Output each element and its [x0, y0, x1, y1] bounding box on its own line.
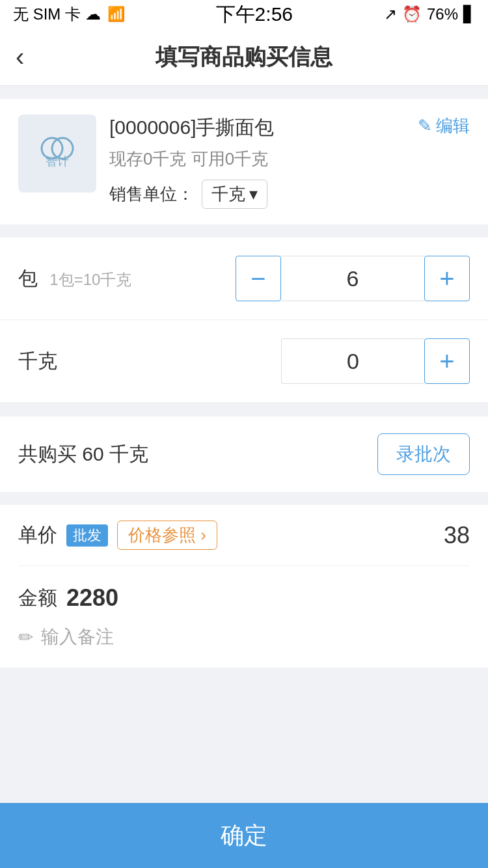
pencil-icon: ✏ — [18, 627, 33, 648]
price-value: 38 — [444, 522, 470, 549]
qty-input-kg[interactable] — [281, 338, 424, 384]
product-stock: 现存0千克 可用0千克 — [109, 148, 470, 170]
amount-row: 金额 2280 — [18, 584, 470, 625]
increment-kg-button[interactable]: + — [424, 338, 470, 384]
quantity-section: 包 1包=10千克 − + 千克 + — [0, 237, 488, 403]
product-unit-row: 销售单位： 千克 ▾ — [109, 180, 470, 209]
sim-label: 无 SIM 卡 ☁ — [13, 4, 101, 25]
unit-value: 千克 — [211, 183, 245, 206]
price-section: 单价 批发 价格参照 › 38 — [0, 505, 488, 566]
location-icon: ↗ — [384, 5, 397, 23]
qty-label-bao: 包 1包=10千克 — [18, 265, 236, 292]
svg-text:智计: 智计 — [46, 155, 69, 168]
amount-value: 2280 — [66, 584, 118, 612]
price-reference-button[interactable]: 价格参照 › — [117, 521, 217, 550]
amount-label: 金额 — [18, 585, 57, 612]
unit-label: 销售单位： — [109, 183, 194, 206]
battery-icon: ▋ — [463, 5, 475, 23]
increment-bao-button[interactable]: + — [424, 256, 470, 301]
alarm-icon: ⏰ — [402, 5, 422, 23]
product-name: [0000006]手撕面包 — [109, 115, 470, 141]
quantity-row-bao: 包 1包=10千克 − + — [0, 237, 488, 320]
qty-control-bao: − + — [236, 256, 470, 301]
batch-record-button[interactable]: 录批次 — [377, 433, 470, 475]
nav-bar: ‹ 填写商品购买信息 — [0, 29, 488, 86]
page-title: 填写商品购买信息 — [156, 42, 332, 72]
product-logo-icon: 智计 — [38, 134, 77, 173]
confirm-button[interactable]: 确定 — [0, 803, 488, 868]
price-label: 单价 — [18, 522, 57, 549]
status-time: 下午2:56 — [216, 1, 293, 28]
wifi-icon: 📶 — [107, 6, 125, 23]
note-row[interactable]: ✏ 输入备注 — [18, 625, 470, 668]
product-card: 智计 [0000006]手撕面包 现存0千克 可用0千克 销售单位： 千克 ▾ … — [0, 99, 488, 224]
price-label-group: 单价 批发 价格参照 › — [18, 521, 217, 550]
unit-select[interactable]: 千克 ▾ — [202, 180, 267, 209]
edit-button[interactable]: ✎ 编辑 — [418, 115, 470, 137]
note-placeholder: 输入备注 — [41, 625, 114, 649]
decrement-bao-button[interactable]: − — [236, 256, 281, 301]
amount-section: 金额 2280 ✏ 输入备注 — [0, 566, 488, 668]
qty-input-bao[interactable] — [281, 256, 424, 301]
batch-tag: 批发 — [66, 524, 108, 547]
status-right: ↗ ⏰ 76% ▋ — [384, 5, 475, 23]
status-bar: 无 SIM 卡 ☁ 📶 下午2:56 ↗ ⏰ 76% ▋ — [0, 0, 488, 29]
summary-text: 共购买 60 千克 — [18, 441, 148, 468]
product-info: [0000006]手撕面包 现存0千克 可用0千克 销售单位： 千克 ▾ — [109, 115, 470, 209]
product-image: 智计 — [18, 115, 96, 193]
status-left: 无 SIM 卡 ☁ 📶 — [13, 4, 125, 25]
chevron-down-icon: ▾ — [249, 184, 258, 204]
battery-level: 76% — [427, 5, 458, 23]
summary-row: 共购买 60 千克 录批次 — [0, 416, 488, 492]
edit-label: 编辑 — [436, 115, 470, 137]
qty-hint-bao: 1包=10千克 — [49, 271, 131, 288]
price-row: 单价 批发 价格参照 › 38 — [18, 521, 470, 566]
back-button[interactable]: ‹ — [16, 42, 24, 72]
qty-control-kg: + — [281, 338, 470, 384]
edit-icon: ✎ — [418, 116, 432, 136]
qty-label-kg: 千克 — [18, 348, 281, 375]
quantity-row-kg: 千克 + — [0, 320, 488, 403]
